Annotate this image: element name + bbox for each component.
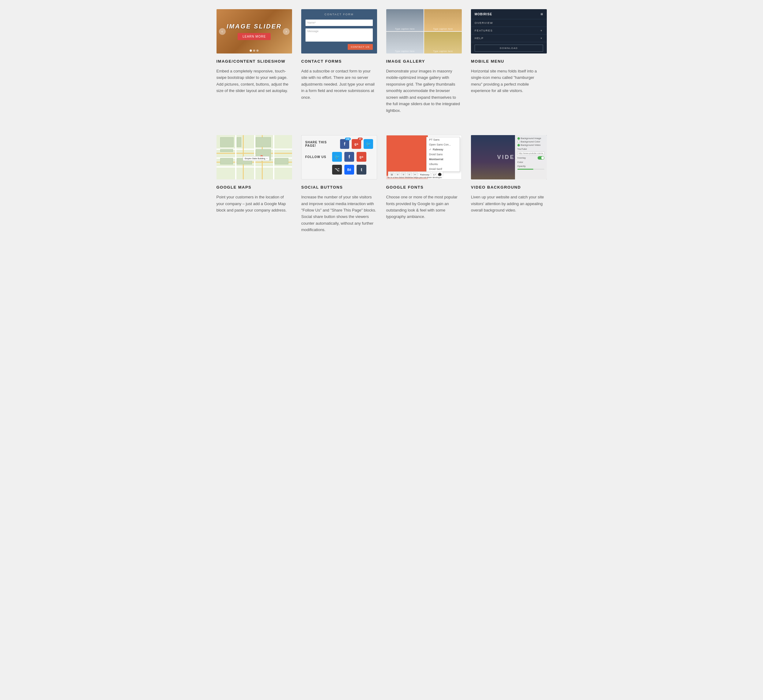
vs-youtube-label: YouTube (517, 148, 527, 150)
map-background: 📍 Empire State Building × (216, 135, 292, 180)
social-follow-gplus[interactable]: g+ (357, 152, 367, 162)
vs-label-bg-image: Background Image (521, 137, 541, 140)
vs-radio-bg-color[interactable]: Background Color (517, 140, 544, 143)
maps-preview: 📍 Empire State Building × (216, 135, 292, 180)
gallery-caption-3: Type caption here (395, 50, 415, 52)
contact-form-name-field[interactable]: Name* (306, 20, 373, 26)
vs-radio-bg-video-dot (517, 144, 520, 147)
gallery-preview: Type caption here Type caption here Type… (386, 9, 462, 53)
vs-radio-bg-color-dot (517, 141, 520, 143)
social-share-gplus[interactable]: g+ 47 (352, 139, 361, 149)
vs-overlay-label: Overlay (517, 156, 526, 159)
section-divider (216, 129, 547, 135)
slider-nav-left[interactable]: ‹ (219, 28, 226, 35)
map-label-close[interactable]: × (266, 157, 268, 160)
social-preview: SHARE THIS PAGE! f 192 g+ 47 🐦 FOLLOW US (301, 135, 377, 180)
mm-item-help[interactable]: HELP ▼ (471, 34, 547, 42)
feature-desc-video: Liven up your website and catch your sit… (471, 194, 547, 213)
slider-nav-right[interactable]: › (283, 28, 290, 35)
social-tumblr[interactable]: t (357, 165, 367, 175)
social-facebook-badge: 192 (345, 138, 351, 140)
vs-color-label: Color (517, 161, 523, 164)
feature-card-social: SHARE THIS PAGE! f 192 g+ 47 🐦 FOLLOW US (301, 135, 377, 233)
fonts-item-opensans[interactable]: Open Sans Con... (427, 142, 460, 147)
fonts-item-droidsans[interactable]: Droid Sans (427, 152, 460, 157)
feature-title-gallery: IMAGE GALLERY (386, 59, 462, 64)
feature-card-gallery: Type caption here Type caption here Type… (386, 9, 462, 114)
map-label-text: Empire State Building (244, 158, 265, 159)
feature-desc-contact: Add a subscribe or contact form to your … (301, 68, 377, 100)
slider-dot-2 (253, 50, 255, 52)
social-share-label: SHARE THIS PAGE! (305, 141, 338, 147)
fonts-item-raleway[interactable]: ✓ Raleway (427, 147, 460, 152)
social-github[interactable]: ⌥ (332, 165, 342, 175)
feature-row-2: 📍 Empire State Building × GOOGLE MAPS Po… (216, 135, 547, 233)
slider-learn-btn[interactable]: LEARN MORE (238, 33, 271, 40)
feature-desc-social: Increase the number of your site visitor… (301, 194, 377, 233)
vs-youtube-row: YouTube (517, 148, 544, 150)
social-gplus-badge: 47 (358, 138, 363, 140)
feature-card-video: VIDEO Background Image Background Color (471, 135, 547, 233)
fonts-dropdown[interactable]: PT Sans Open Sans Con... ✓ Raleway Droid… (426, 137, 460, 172)
social-extra-row: ⌥ Bē t (305, 165, 373, 175)
feature-title-contact: CONTACT FORMS (301, 59, 377, 64)
vs-opacity-slider (517, 169, 544, 170)
social-follow-label: FOLLOW US (305, 155, 330, 159)
feature-card-maps: 📍 Empire State Building × GOOGLE MAPS Po… (216, 135, 292, 233)
social-follow-row: FOLLOW US 🐦 f g+ (305, 152, 373, 162)
slider-headline: IMAGE SLIDER (227, 23, 282, 30)
social-follow-twitter[interactable]: 🐦 (332, 152, 342, 162)
gallery-cell-4[interactable]: Type caption here (424, 32, 462, 54)
social-share-facebook[interactable]: f 192 (340, 139, 349, 149)
mm-brand-bar: MOBIRISE ≡ (471, 9, 547, 19)
feature-title-mobile-menu: MOBILE MENU (471, 59, 547, 64)
contact-form-message-field[interactable]: Message (306, 28, 373, 42)
vs-youtube-input[interactable] (517, 152, 544, 155)
slider-dot-1 (250, 50, 252, 52)
feature-desc-gallery: Demonstrate your images in masonry mobil… (386, 68, 462, 114)
mm-download-btn[interactable]: DOWNLOAD (475, 45, 543, 52)
vs-slider-track[interactable] (517, 169, 544, 170)
fonts-item-ubuntu[interactable]: Ubuntu (427, 162, 460, 167)
contact-form-title: CONTACT FORM (306, 13, 373, 16)
social-follow-facebook[interactable]: f (344, 152, 354, 162)
fonts-item-droidserif[interactable]: Droid Serif (427, 167, 460, 172)
feature-title-social: SOCIAL BUTTONS (301, 185, 377, 189)
gallery-cell-1[interactable]: Type caption here (386, 9, 424, 31)
feature-card-mobile-menu: MOBIRISE ≡ OVERVIEW FEATURES ▼ HELP ▼ DO… (471, 9, 547, 114)
vs-overlay-toggle[interactable] (537, 156, 544, 159)
fonts-item-ptsans[interactable]: PT Sans (427, 137, 460, 142)
vs-radio-bg-image-dot (517, 137, 520, 140)
mm-item-features[interactable]: FEATURES ▼ (471, 27, 547, 34)
gallery-cell-3[interactable]: Type caption here (386, 32, 424, 54)
social-share-twitter[interactable]: 🐦 (363, 139, 373, 149)
mm-hamburger-icon[interactable]: ≡ (541, 12, 543, 17)
fonts-checkmark: ✓ (429, 148, 431, 151)
contact-form-preview: CONTACT FORM Name* Message CONTACT US (301, 9, 377, 53)
vs-opacity-label: Opacity (517, 165, 526, 167)
vs-radio-bg-image[interactable]: Background Image (517, 137, 544, 140)
vs-radio-bg-video[interactable]: Background Video (517, 144, 544, 147)
mm-features-arrow: ▼ (540, 29, 543, 32)
slider-preview: IMAGE SLIDER LEARN MORE ‹ › (216, 9, 292, 53)
vs-label-bg-color: Background Color (521, 140, 541, 143)
slider-dots (250, 50, 259, 52)
feature-card-fonts: PT Sans Open Sans Con... ✓ Raleway Droid… (386, 135, 462, 233)
vs-radio-group: Background Image Background Color Backgr… (517, 137, 544, 147)
fonts-item-montserrat[interactable]: Montserrat (427, 157, 460, 162)
map-label-box: Empire State Building × (243, 156, 269, 161)
feature-title-video: VIDEO BACKGROUND (471, 185, 547, 189)
social-behance[interactable]: Bē (344, 165, 354, 175)
feature-desc-slider: Embed a completely responsive, touch-swi… (216, 68, 292, 94)
feature-card-contact-forms: CONTACT FORM Name* Message CONTACT US CO… (301, 9, 377, 114)
vs-color-row: Color (517, 161, 544, 164)
contact-form-submit-btn[interactable]: CONTACT US (348, 44, 373, 50)
gallery-caption-4: Type caption here (433, 50, 453, 52)
mm-item-overview[interactable]: OVERVIEW (471, 19, 547, 27)
vs-label-bg-video: Background Video (521, 144, 541, 147)
slider-dot-3 (257, 50, 259, 52)
gallery-cell-2[interactable]: Type caption here (424, 9, 462, 31)
mobile-menu-preview: MOBIRISE ≡ OVERVIEW FEATURES ▼ HELP ▼ DO… (471, 9, 547, 53)
feature-row-1: IMAGE SLIDER LEARN MORE ‹ › IMAGE/CONTEN… (216, 9, 547, 114)
page-wrapper: IMAGE SLIDER LEARN MORE ‹ › IMAGE/CONTEN… (210, 0, 553, 258)
